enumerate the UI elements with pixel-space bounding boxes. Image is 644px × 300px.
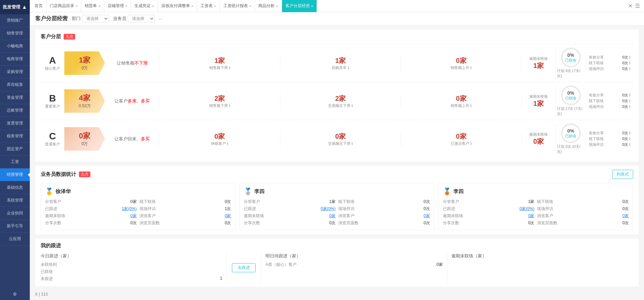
staff-metric-val-left-2-2[interactable]: 0家 (528, 213, 535, 219)
right-stat-B-2: 现场拜访 0次 ℹ (589, 104, 630, 109)
tab-close-销货单[interactable]: × (98, 4, 100, 8)
sidebar-header: 批发管理 ▲ (0, 0, 30, 14)
staff-metric-val-left-1-1[interactable]: 0家(0%) (321, 206, 336, 212)
tab-商品分析[interactable]: 商品分析× (255, 0, 282, 12)
sidebar-item-经营管理[interactable]: 经营管理 (0, 168, 30, 181)
sidebar-item-采购管理[interactable]: 采购管理 (0, 66, 30, 78)
info-icon-rs[interactable]: ℹ (629, 137, 630, 141)
staff-metric-row-left-2-0: 分管客户 1家 (443, 199, 535, 205)
sidebar-item-固定资产[interactable]: 固定资产 (0, 143, 30, 156)
staff-metric-val-right-1-2[interactable]: 0家 (424, 213, 430, 219)
dept-select[interactable]: 请选择 (82, 15, 109, 22)
sidebar-settings[interactable]: ⚙ (0, 288, 30, 300)
circle-linked-C: 已联络 (565, 134, 576, 139)
tier-contact-A[interactable]: 逾期未联络 1家 (521, 56, 555, 70)
info-icon[interactable]: ℹ (470, 66, 472, 70)
info-icon[interactable]: ℹ (351, 141, 353, 145)
sidebar-item-营销推广[interactable]: 营销推广 (0, 14, 30, 27)
staff-metric-val-right-0-2[interactable]: 0家 (225, 213, 231, 219)
tab-应收应付调整单[interactable]: 应收应付调整单× (158, 0, 197, 12)
staff-metric-val-right-2-2[interactable]: 0家 (622, 213, 629, 219)
tab-menu-btn[interactable]: ☰ (635, 3, 640, 9)
goto-followup-btn[interactable]: 去跟进 (232, 263, 256, 272)
tab-close-门店商品目录[interactable]: × (76, 4, 78, 8)
metric-A-0[interactable]: 1家 销售额下滑 ℹ (159, 56, 280, 70)
sidebar-item-库存核算[interactable]: 库存核算 (0, 78, 30, 91)
info-icon[interactable]: ℹ (348, 66, 349, 70)
sidebar-item-销售管理[interactable]: 销售管理 (0, 27, 30, 40)
customer-tier-section: 客户分层 九月 A 核心客户 1家 0万 让销售额不下滑 1家 销售额下滑 ℹ … (35, 29, 639, 162)
info-icon[interactable]: ℹ (470, 103, 472, 108)
tier-stats-C[interactable]: 0家 0万 (64, 127, 105, 151)
metric-C-1[interactable]: 0家 交易频次下滑 ℹ (280, 132, 401, 146)
tab-close-店铺管理[interactable]: × (125, 4, 127, 8)
tab-close-客户分层经营[interactable]: × (311, 4, 313, 8)
tab-客户分层经营[interactable]: 客户分层经营× (282, 0, 317, 12)
info-icon-rs[interactable]: ℹ (629, 55, 630, 59)
tab-生成凭证[interactable]: 生成凭证× (131, 0, 158, 12)
sidebar-item-系统管理[interactable]: 系统管理 (0, 194, 30, 207)
tab-门店商品目录[interactable]: 门店商品目录× (46, 0, 81, 12)
metric-B-2[interactable]: 0家 销售额上升 ℹ (401, 94, 521, 108)
sidebar-item-工资[interactable]: 工资 (0, 156, 30, 168)
info-icon[interactable]: ℹ (229, 66, 230, 70)
tab-工资统计报表[interactable]: 工资统计报表× (220, 0, 255, 12)
sidebar-item-新手引导[interactable]: 新手引导 (0, 220, 30, 233)
tab-销货单[interactable]: 销货单× (81, 0, 104, 12)
info-icon-rs[interactable]: ℹ (629, 99, 630, 103)
staff-metric-val-left-1-2[interactable]: 0家 (329, 213, 336, 219)
staff-select[interactable]: 请选择 (128, 15, 155, 22)
sidebar-item-基础信息[interactable]: 基础信息 (0, 181, 30, 194)
sidebar-item-企业协同[interactable]: 企业协同 (0, 207, 30, 220)
sidebar-item-云应用[interactable]: 云应用 (0, 233, 30, 246)
metric-count-C-2: 0家 (402, 132, 520, 141)
info-icon-rs[interactable]: ℹ (629, 131, 630, 135)
tab-工资表[interactable]: 工资表× (197, 0, 220, 12)
sidebar-item-税务管理[interactable]: 税务管理 (0, 130, 30, 143)
tier-contact-B[interactable]: 逾期未联络 1家 (521, 94, 555, 108)
info-icon[interactable]: ℹ (227, 141, 228, 145)
info-icon-rs[interactable]: ℹ (629, 142, 630, 146)
info-icon-rs[interactable]: ℹ (629, 67, 630, 71)
staff-metric-val-left-0-2[interactable]: 0家 (130, 213, 137, 219)
info-icon[interactable]: ℹ (351, 103, 353, 108)
list-view-btn[interactable]: 列表式 (612, 170, 633, 179)
staff-metric-label-left-2-2: 逾期未联络 (443, 213, 463, 219)
info-icon-rs[interactable]: ℹ (629, 61, 630, 65)
tab-close-应收应付调整单[interactable]: × (191, 4, 193, 8)
tab-close-工资统计报表[interactable]: × (249, 4, 251, 8)
metric-C-2[interactable]: 0家 已激活客户 ℹ (401, 132, 521, 146)
tab-店铺管理[interactable]: 店铺管理× (104, 0, 131, 12)
tier-label-A: A 核心客户 (41, 55, 64, 71)
more-filter-btn[interactable]: ··· (159, 16, 163, 21)
sidebar-item-资金管理[interactable]: 资金管理 (0, 91, 30, 104)
sidebar-item-发票管理[interactable]: 发票管理 (0, 117, 30, 130)
overdue-label-B: 逾期未联络 (524, 94, 553, 99)
metric-C-0[interactable]: 0家 休眠客户 ℹ (159, 132, 280, 146)
tier-stats-B[interactable]: 4家 0.53万 (64, 89, 105, 113)
tab-close-工资表[interactable]: × (214, 4, 216, 8)
sidebar-item-总账管理[interactable]: 总账管理 (0, 104, 30, 117)
sidebar-item-小畅电商[interactable]: 小畅电商 (0, 40, 30, 53)
tab-首页[interactable]: 首页 (31, 0, 46, 12)
tier-stats-A[interactable]: 1家 0万 (64, 51, 105, 75)
overdue-followup-title: 逾期未联络（家） (451, 253, 629, 259)
metric-B-1[interactable]: 2家 交易频次下滑 ℹ (280, 94, 401, 108)
staff-metric-val-left-2-1[interactable]: 0家(0%) (519, 206, 534, 212)
followup-section: 我的跟进 今日跟进（家） 未联络到已联络未跟进1 去跟进 明日待跟进（家） A类… (35, 238, 639, 286)
info-icon[interactable]: ℹ (470, 141, 472, 145)
staff-metric-val-right-0-0: 0次 (225, 199, 231, 205)
sidebar-toggle-icon[interactable]: ▲ (22, 4, 27, 10)
sidebar-item-电商管理[interactable]: 电商管理 (0, 53, 30, 66)
staff-metric-val-left-0-1[interactable]: 1家(0%) (122, 206, 137, 212)
tab-close-商品分析[interactable]: × (276, 4, 278, 8)
metric-B-0[interactable]: 2家 销售额下滑 ℹ (159, 94, 280, 108)
metric-A-2[interactable]: 0家 销售额上升 ℹ (401, 56, 521, 70)
tier-contact-C[interactable]: 逾期未联络 0家 (521, 132, 555, 146)
tab-close-生成凭证[interactable]: × (152, 4, 154, 8)
close-all-btn[interactable]: ✕ (628, 3, 632, 9)
metric-A-1[interactable]: 1家 回购异常 ℹ (280, 56, 401, 70)
info-icon[interactable]: ℹ (229, 103, 230, 108)
info-icon-rs[interactable]: ℹ (629, 93, 630, 97)
info-icon-rs[interactable]: ℹ (629, 105, 630, 109)
